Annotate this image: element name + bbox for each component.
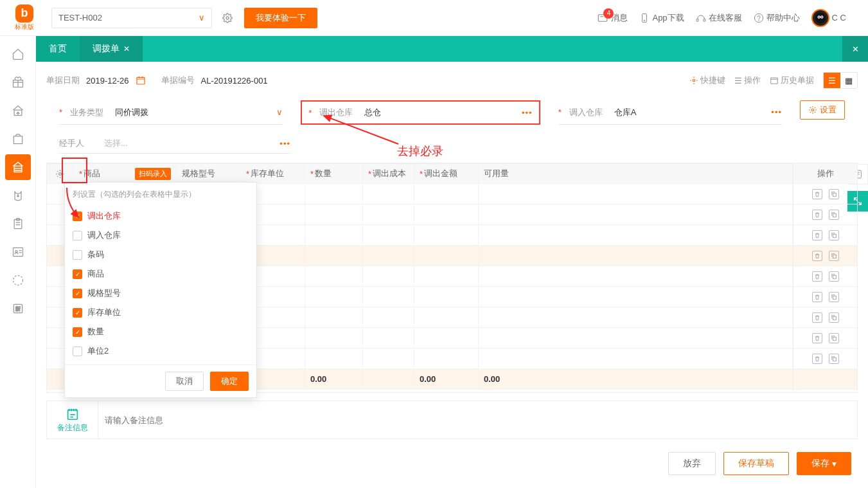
popover-title: 列设置（勾选的列会在表格中显示）	[65, 183, 256, 206]
row-ops	[793, 184, 857, 204]
operate-link[interactable]: ☰ 操作	[734, 75, 761, 86]
setting-button[interactable]: 设置	[800, 100, 845, 120]
save-button[interactable]: 保存 ▾	[797, 452, 851, 475]
messages-link[interactable]: 4 消息	[597, 12, 628, 24]
col-qty: *数量	[305, 164, 363, 183]
delete-icon[interactable]	[812, 312, 822, 323]
delete-icon[interactable]	[812, 251, 822, 261]
popover-ok-button[interactable]: 确定	[210, 372, 249, 391]
more-icon[interactable]: •••	[279, 139, 290, 149]
checkbox-icon[interactable]: ✓	[73, 289, 82, 298]
delete-icon[interactable]	[812, 354, 822, 364]
view-list-icon[interactable]: ☰	[824, 73, 840, 88]
close-icon[interactable]: ✕	[123, 44, 130, 53]
org-select[interactable]: TEST-H002 ∨	[51, 8, 212, 28]
column-option[interactable]: ✓数量	[73, 322, 249, 341]
delete-icon[interactable]	[812, 271, 822, 282]
column-option[interactable]: 调入仓库	[73, 226, 249, 245]
delete-icon[interactable]	[812, 292, 822, 302]
more-icon[interactable]: •••	[522, 108, 533, 118]
field-agent[interactable]: 经手人 选择... •••	[59, 134, 290, 154]
column-option[interactable]: ✓商品	[73, 264, 249, 284]
copy-icon[interactable]	[829, 312, 839, 323]
column-option[interactable]: ✓调出仓库	[73, 206, 249, 226]
popover-cancel-button[interactable]: 取消	[165, 372, 204, 391]
copy-icon[interactable]	[829, 292, 839, 302]
nav-bag-icon[interactable]	[5, 126, 31, 152]
sum-avail: 0.00	[479, 369, 793, 389]
user-menu[interactable]: C C	[811, 9, 846, 27]
logo-tag: 标准版	[15, 23, 34, 32]
history-link[interactable]: 历史单据	[770, 75, 814, 86]
copy-icon[interactable]	[829, 354, 839, 364]
date-value[interactable]: 2019-12-26	[86, 76, 129, 86]
top-header: b 标准版 TEST-H002 ∨ 我要体验一下 4 消息 App下载 在线客服…	[0, 0, 868, 36]
nav-money-icon[interactable]	[5, 183, 31, 208]
field-in-warehouse[interactable]: *调入仓库 仓库A •••	[558, 100, 782, 125]
discard-button[interactable]: 放弃	[668, 452, 716, 475]
save-draft-button[interactable]: 保存草稿	[723, 452, 789, 475]
nav-new-icon[interactable]: 新	[5, 296, 31, 321]
delete-icon[interactable]	[812, 189, 822, 199]
nav-out-icon[interactable]	[5, 98, 31, 123]
header-gear-icon[interactable]	[218, 9, 236, 27]
svg-rect-16	[14, 166, 22, 172]
customer-service-link[interactable]: 在线客服	[696, 12, 742, 24]
remark-box: 备注信息	[46, 401, 858, 439]
checkbox-icon[interactable]	[73, 347, 82, 356]
logo[interactable]: b 标准版	[10, 5, 39, 32]
column-option-label: 条码	[87, 249, 104, 260]
tab-home[interactable]: 首页	[36, 36, 80, 62]
nav-warehouse-icon[interactable]	[5, 154, 31, 180]
column-option[interactable]: 条码	[73, 245, 249, 264]
out-label: 调出仓库	[319, 107, 358, 118]
copy-icon[interactable]	[829, 251, 839, 261]
cta-button[interactable]: 我要体验一下	[244, 8, 317, 28]
svg-rect-38	[833, 357, 836, 361]
nav-clipboard-icon[interactable]	[5, 211, 31, 237]
field-biz-type[interactable]: *业务类型 同价调拨 ∨	[59, 100, 283, 125]
column-option[interactable]: 单位2	[73, 341, 249, 361]
view-toggle[interactable]: ☰ ▦	[823, 72, 858, 89]
checkbox-icon[interactable]: ✓	[73, 308, 82, 318]
copy-icon[interactable]	[829, 271, 839, 282]
nav-home-icon[interactable]	[5, 41, 31, 67]
column-option-label: 调出仓库	[87, 210, 121, 222]
copy-icon[interactable]	[829, 210, 839, 220]
checkbox-icon[interactable]	[73, 250, 82, 260]
column-option[interactable]: ✓规格型号	[73, 284, 249, 303]
tab-close-all[interactable]: ✕	[842, 36, 868, 62]
delete-icon[interactable]	[812, 210, 822, 220]
nav-contact-icon[interactable]	[5, 239, 31, 265]
copy-icon[interactable]	[829, 189, 839, 199]
row-ops	[793, 348, 857, 369]
column-option[interactable]: ✓库存单位	[73, 303, 249, 322]
view-grid-icon[interactable]: ▦	[840, 73, 857, 88]
more-icon[interactable]: •••	[771, 107, 782, 117]
help-link[interactable]: 帮助中心	[754, 12, 800, 24]
app-download-link[interactable]: App下载	[639, 12, 684, 24]
copy-icon[interactable]	[829, 333, 839, 343]
nav-loading-icon[interactable]	[5, 267, 31, 293]
form-row-2: 经手人 选择... •••	[46, 131, 858, 163]
footer: 放弃 保存草稿 保存 ▾	[46, 439, 858, 488]
remark-input[interactable]	[98, 401, 857, 438]
checkbox-icon[interactable]	[73, 231, 82, 240]
delete-icon[interactable]	[812, 333, 822, 343]
doc-header: 单据日期 2019-12-26 单据编号 AL-20191226-001 快捷键…	[46, 72, 858, 89]
delete-icon[interactable]	[812, 230, 822, 240]
col-settings-icon[interactable]	[47, 164, 74, 183]
copy-icon[interactable]	[829, 230, 839, 240]
calendar-icon[interactable]	[136, 75, 146, 86]
scan-button[interactable]: 扫码录入	[135, 168, 171, 180]
field-out-warehouse[interactable]: *调出仓库 总仓 •••	[301, 100, 540, 125]
checkbox-icon[interactable]: ✓	[73, 269, 82, 279]
no-label: 单据编号	[161, 75, 195, 86]
checkbox-icon[interactable]: ✓	[73, 212, 82, 221]
shortcut-link[interactable]: 快捷键	[689, 75, 725, 86]
tab-transfer[interactable]: 调拨单 ✕	[80, 36, 143, 62]
nav-gift-icon[interactable]	[5, 69, 31, 95]
setting-label: 设置	[820, 104, 837, 116]
biz-label: 业务类型	[70, 107, 109, 118]
checkbox-icon[interactable]: ✓	[73, 327, 82, 337]
